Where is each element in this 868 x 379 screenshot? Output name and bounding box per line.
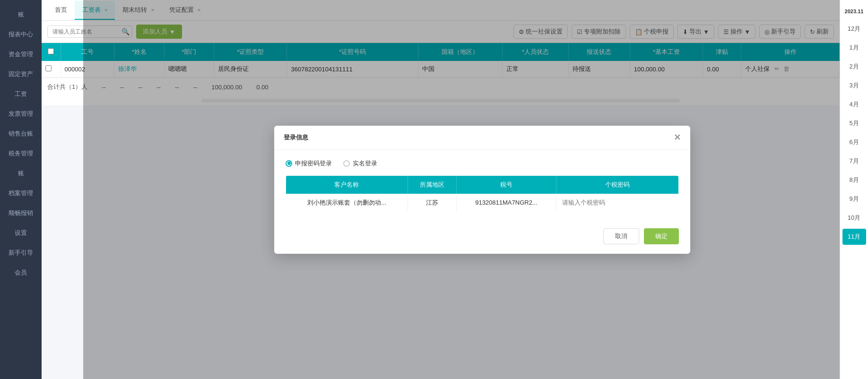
sidebar-label-reports: 报表中心 — [9, 31, 33, 38]
radio-option1-dot[interactable] — [286, 160, 292, 167]
login-modal: 登录信息 ✕ 申报密码登录 实名登录 — [274, 126, 690, 254]
sidebar-label-salary: 工资 — [15, 90, 27, 97]
month-jun[interactable]: 6月 — [842, 134, 866, 150]
modal-region: 江苏 — [408, 194, 456, 212]
modal-col-name: 客户名称 — [286, 175, 408, 194]
sidebar-label-member: 会员 — [15, 269, 27, 276]
modal-header: 登录信息 ✕ — [274, 126, 690, 150]
modal-col-taxno: 税号 — [457, 175, 556, 194]
sidebar-item-expense[interactable]: 顺畅报销 — [0, 203, 42, 223]
tab-home-label: 首页 — [55, 6, 67, 14]
month-sep[interactable]: 9月 — [842, 191, 866, 207]
month-apr[interactable]: 4月 — [842, 96, 866, 112]
select-all-checkbox[interactable] — [48, 48, 54, 54]
sidebar-item-archive[interactable]: 档案管理 — [0, 183, 42, 203]
modal-col-region: 所属地区 — [408, 175, 456, 194]
sidebar-item-funds[interactable]: 资金管理 — [0, 44, 42, 64]
sidebar-item-assets[interactable]: 固定资产 — [0, 64, 42, 84]
sidebar-label-tax: 税务管理 — [9, 150, 33, 157]
year-label: 2023.11 — [842, 5, 866, 18]
month-dec[interactable]: 12月 — [842, 21, 866, 37]
month-feb[interactable]: 2月 — [842, 59, 866, 75]
sidebar-label-guide: 新手引导 — [9, 249, 33, 256]
sidebar-item-ledger[interactable]: 账 — [0, 164, 42, 183]
radio-option1-text: 申报密码登录 — [295, 159, 332, 168]
confirm-button[interactable]: 确定 — [644, 228, 679, 244]
sidebar-label-invoice: 发票管理 — [9, 110, 33, 117]
modal-password-cell[interactable] — [556, 194, 678, 212]
sidebar-item-sales[interactable]: 销售台账 — [0, 124, 42, 144]
radio-row: 申报密码登录 实名登录 — [286, 159, 679, 168]
sidebar-label-assets: 固定资产 — [9, 70, 33, 78]
total-count: 合计共（1）人 — [47, 83, 87, 91]
month-mar[interactable]: 3月 — [842, 78, 866, 94]
modal-col-password: 个税密码 — [556, 175, 678, 194]
sidebar-label-accounts: 账 — [18, 11, 24, 18]
modal-tax-no: 91320811MA7NGR2... — [457, 194, 556, 212]
sidebar-item-accounts[interactable]: 账 — [0, 5, 42, 25]
modal-table-row: 刘小艳演示账套（勿删勿动... 江苏 91320811MA7NGR2... — [286, 194, 679, 212]
modal-footer: 取消 确定 — [274, 222, 690, 254]
sidebar-label-expense: 顺畅报销 — [9, 209, 33, 216]
modal-inner-table: 客户名称 所属地区 税号 个税密码 刘小艳演示账套（勿删勿动... 江苏 913… — [286, 175, 679, 212]
modal-client-name: 刘小艳演示账套（勿删勿动... — [286, 194, 408, 212]
right-panel: 2023.11 12月 1月 2月 3月 4月 5月 6月 7月 8月 9月 1… — [840, 0, 868, 379]
sidebar-item-guide[interactable]: 新手引导 — [0, 243, 42, 263]
row-checkbox[interactable] — [45, 65, 52, 71]
sidebar-item-member[interactable]: 会员 — [0, 263, 42, 283]
sidebar-label-ledger: 账 — [18, 170, 24, 177]
tab-home[interactable]: 首页 — [47, 1, 75, 20]
sidebar-item-salary[interactable]: 工资 — [0, 84, 42, 104]
sidebar-item-invoice[interactable]: 发票管理 — [0, 104, 42, 124]
month-may[interactable]: 5月 — [842, 115, 866, 131]
sidebar-label-archive: 档案管理 — [9, 190, 33, 197]
radio-option2-text: 实名登录 — [353, 159, 377, 168]
radio-option2-dot[interactable] — [343, 160, 350, 167]
sidebar: 账 报表中心 资金管理 固定资产 工资 发票管理 销售台账 税务管理 账 档案管… — [0, 0, 42, 379]
sidebar-label-settings: 设置 — [15, 229, 27, 236]
sidebar-item-reports[interactable]: 报表中心 — [0, 25, 42, 44]
sidebar-item-tax[interactable]: 税务管理 — [0, 144, 42, 164]
sidebar-label-sales: 销售台账 — [9, 130, 33, 137]
month-jan[interactable]: 1月 — [842, 40, 866, 56]
month-nov[interactable]: 11月 — [842, 229, 866, 245]
sidebar-item-settings[interactable]: 设置 — [0, 223, 42, 243]
cancel-button[interactable]: 取消 — [603, 228, 639, 244]
radio-option1-label[interactable]: 申报密码登录 — [286, 159, 332, 168]
month-jul[interactable]: 7月 — [842, 153, 866, 169]
modal-overlay: 登录信息 ✕ 申报密码登录 实名登录 — [83, 0, 840, 379]
month-oct[interactable]: 10月 — [842, 210, 866, 226]
main-area: 首页 工资表 × 期末结转 × 凭证配置 × 🔍 添加人员 ▼ ⚙ 统一社保设置 — [42, 0, 840, 379]
sidebar-label-funds: 资金管理 — [9, 51, 33, 58]
modal-title: 登录信息 — [284, 133, 308, 142]
modal-password-input[interactable] — [562, 199, 673, 206]
month-aug[interactable]: 8月 — [842, 172, 866, 188]
modal-body: 申报密码登录 实名登录 客户名称 所属地区 税号 个税密码 — [274, 150, 690, 222]
modal-close-button[interactable]: ✕ — [674, 132, 681, 143]
radio-option2-label[interactable]: 实名登录 — [343, 159, 377, 168]
